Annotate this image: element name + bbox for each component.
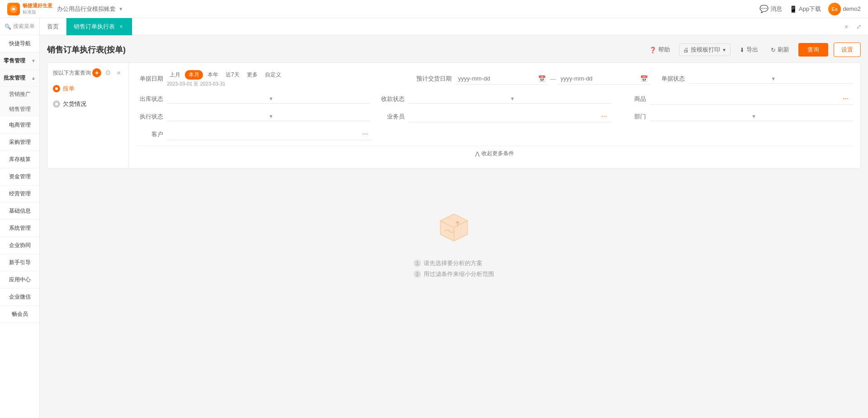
expected-date-end-input[interactable] [561,75,641,82]
calendar-start-icon[interactable]: 📅 [538,75,546,82]
sidebar-item-member[interactable]: 畅会员 [0,306,39,323]
filter-row-2: 出库状态 ▼ 收款状态 ▼ [136,93,853,105]
dept-caret-icon: ▼ [751,114,850,119]
goods-label: 商品 [619,95,646,103]
sidebar-item-search[interactable]: 🔍 搜索菜单 [0,18,39,35]
shortcut-this-month[interactable]: 本月 [185,70,203,80]
expected-date-end-wrap[interactable]: 📅 [558,73,651,85]
status-select[interactable]: ▼ [689,74,853,84]
scheme-add-button[interactable]: + [92,68,101,77]
help-icon: ❓ [649,47,656,53]
exec-status-label: 执行状态 [136,113,163,121]
sidebar-item-finance[interactable]: 资金管理 [0,168,39,185]
filter-salesperson: 业务员 ··· [377,110,612,123]
filter-row-3: 执行状态 ▼ 业务员 ··· [136,110,853,123]
scheme-collapse-button[interactable]: « [115,68,123,76]
scheme-item-debt[interactable]: 欠货情况 [47,96,128,112]
sidebar-item-inventory[interactable]: 库存核算 [0,151,39,168]
filter-customer: 客户 ··· [136,128,373,140]
sidebar-item-quick-nav[interactable]: 快捷导航 [0,35,39,52]
scheme-dot-active [53,85,60,92]
sidebar-item-sales[interactable]: 销售管理 [0,102,39,117]
breadcrumb-arrow[interactable]: ▾ [119,5,123,12]
shortcut-last-month[interactable]: 上月 [167,70,183,80]
payment-caret-icon: ▼ [510,96,609,101]
svg-point-2 [55,103,58,105]
user-menu[interactable]: Ea demo2 [828,3,861,15]
collapse-up-icon: ⋀ [475,151,480,157]
scheme-edit-button[interactable]: ⊙ [104,68,112,76]
shortcut-this-year[interactable]: 本年 [205,70,221,80]
sidebar-item-app-center[interactable]: 应用中心 [0,271,39,289]
print-arrow-icon: ▼ [722,48,726,52]
exec-status-select[interactable]: ▼ [167,112,370,121]
tab-close-icon[interactable]: × [118,23,125,30]
main-layout: 🔍 搜索菜单 快捷导航 零售管理 ▼ 批发管理 ▲ 营销推广 销售管理 电商管理… [0,18,868,418]
sidebar-item-ecommerce[interactable]: 电商管理 [0,117,39,134]
sidebar-item-purchase[interactable]: 采购管理 [0,134,39,151]
refresh-button[interactable]: ↻ 刷新 [767,44,793,56]
department-select[interactable]: ▼ [650,112,853,121]
salesperson-more-icon[interactable]: ··· [599,112,609,120]
page-title: 销售订单执行表(按单) [47,44,126,55]
filter-status-label: 单据状态 [658,75,685,83]
expected-date-start-wrap[interactable]: 📅 [455,73,548,85]
sidebar-item-basic-info[interactable]: 基础信息 [0,203,39,220]
breadcrumb-area[interactable]: 办公用品行业模拟账套 ▾ [57,5,123,13]
payment-status-select[interactable]: ▼ [408,94,612,104]
sidebar-item-enterprise-coop[interactable]: 企业协同 [0,237,39,254]
collapse-bar[interactable]: ⋀ 收起更多条件 [136,146,853,161]
print-icon: 🖨 [683,47,689,53]
scheme-item-by-order[interactable]: 按单 [47,81,128,96]
template-print-button[interactable]: 🖨 按模板打印 ▼ [679,43,731,56]
sidebar-item-wholesale[interactable]: 批发管理 ▲ [0,70,39,87]
query-button[interactable]: 查询 [798,43,828,57]
tab-bar-actions: × ⤢ [841,21,868,32]
user-avatar: Ea [828,3,841,15]
sidebar-item-system[interactable]: 系统管理 [0,220,39,237]
export-icon: ⬇ [740,47,745,53]
top-header-left: 畅捷通好生意 标准版 办公用品行业模拟账套 ▾ [7,2,123,15]
sidebar-item-enterprise-wechat[interactable]: 企业微信 [0,289,39,306]
tab-close-window-button[interactable]: × [841,21,852,32]
goods-more-icon[interactable]: ··· [841,95,850,103]
help-button[interactable]: ❓ 帮助 [646,44,674,56]
customer-more-icon[interactable]: ··· [360,130,370,138]
expected-date-start-input[interactable] [458,75,538,82]
top-header-right: 💬 消息 📱 App下载 Ea demo2 [760,3,861,15]
delivery-status-select[interactable]: ▼ [167,94,370,104]
breadcrumb-text: 办公用品行业模拟账套 [57,5,116,13]
message-icon: 💬 [760,5,769,13]
sidebar-item-retail[interactable]: 零售管理 ▼ [0,52,39,70]
shortcut-more[interactable]: 更多 [244,70,260,80]
filter-exec-status: 执行状态 ▼ [136,112,370,121]
filter-date-label: 单据日期 [136,75,163,83]
tab-expand-button[interactable]: ⤢ [854,21,864,32]
exec-caret-icon: ▼ [269,114,368,119]
settings-button[interactable]: 设置 [834,43,861,57]
export-button[interactable]: ⬇ 导出 [736,44,762,56]
sidebar-item-marketing[interactable]: 营销推广 [0,87,39,102]
date-range-display: 2023-03-01 至 2023-03-31 [167,81,409,87]
payment-status-label: 收款状态 [377,95,405,103]
scheme-dot-inactive [53,100,60,108]
refresh-icon: ↻ [771,47,776,53]
app-download-button[interactable]: 📱 App下载 [789,5,821,13]
scheme-panel: 按以下方案查询 + ⊙ « 按单 [47,63,129,168]
tab-bar: 首页 销售订单执行表 × × ⤢ [40,18,868,35]
svg-point-1 [55,87,58,90]
content-area: 首页 销售订单执行表 × × ⤢ 销售订单执行表(按单) ❓ 帮助 [40,18,868,418]
sidebar-item-new-user[interactable]: 新手引导 [0,254,39,271]
shortcut-7days[interactable]: 近7天 [223,70,242,80]
message-button[interactable]: 💬 消息 [760,5,782,13]
calendar-end-icon[interactable]: 📅 [640,75,648,82]
shortcut-custom[interactable]: 自定义 [262,70,284,80]
tab-home[interactable]: 首页 [40,18,66,35]
filter-date-field: 单据日期 上月 本月 本年 近7天 更多 自定义 [136,70,409,87]
sidebar-item-operation[interactable]: 经营管理 [0,185,39,203]
logo-text: 畅捷通好生意 标准版 [23,2,52,15]
app-logo-icon [7,3,20,15]
expected-date-range: 📅 — 📅 [455,73,651,85]
filter-status-field: 单据状态 ▼ [658,74,853,84]
tab-sales-order-exec[interactable]: 销售订单执行表 × [66,18,132,35]
